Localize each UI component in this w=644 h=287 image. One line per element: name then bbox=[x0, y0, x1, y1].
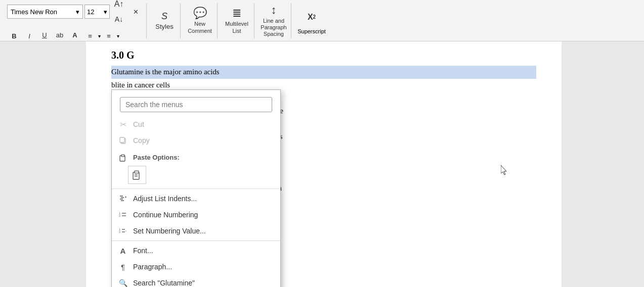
search-box-container bbox=[112, 90, 280, 116]
context-menu: ✂ Cut Copy Paste Options: bbox=[111, 89, 281, 287]
font-size-dropdown[interactable]: 12 ▾ bbox=[84, 5, 110, 19]
multilevel-list-label: MultilevelList bbox=[225, 21, 248, 34]
paste-keep-source-button[interactable] bbox=[128, 166, 146, 184]
new-comment-section: 💬 NewComment bbox=[183, 3, 218, 38]
multilevel-section: ≣ MultilevelList bbox=[220, 3, 254, 38]
superscript-button[interactable]: X2 bbox=[299, 7, 324, 27]
copy-label: Copy bbox=[133, 136, 150, 145]
doc-line-1: 3.0 G bbox=[111, 46, 536, 64]
numbering-button[interactable]: ≡ bbox=[102, 30, 116, 43]
font-controls-section: Times New Ron ▾ 12 ▾ A↑ A↓ ✕ B I U bbox=[4, 3, 147, 38]
svg-rect-6 bbox=[135, 171, 139, 173]
menu-item-paragraph[interactable]: ¶ Paragraph... bbox=[112, 259, 280, 275]
font-name-arrow: ▾ bbox=[76, 8, 79, 16]
menu-item-set-numbering[interactable]: 1. 2. Set Numbering Value... bbox=[112, 223, 280, 239]
search-menu-icon: 🔍 bbox=[118, 278, 128, 287]
menu-item-cut[interactable]: ✂ Cut bbox=[112, 116, 280, 132]
line-spacing-button[interactable]: ↕ Line and ParagraphSpacing bbox=[260, 4, 288, 37]
highlight-button[interactable]: ab bbox=[53, 28, 67, 41]
continue-numbering-icon: 1. 2. bbox=[118, 210, 128, 220]
cut-icon: ✂ bbox=[118, 119, 128, 129]
multilevel-list-button[interactable]: ≣ MultilevelList bbox=[223, 4, 251, 37]
styles-label: Styles bbox=[155, 23, 173, 30]
menu-item-continue-numbering[interactable]: 1. 2. Continue Numbering bbox=[112, 207, 280, 223]
line-spacing-icon: ↕ bbox=[271, 4, 277, 17]
adjust-list-label: Adjust List Indents... bbox=[133, 195, 197, 203]
cut-label: Cut bbox=[133, 120, 144, 128]
numbering-arrow[interactable]: ▾ bbox=[117, 33, 119, 39]
font-name-dropdown[interactable]: Times New Ron ▾ bbox=[7, 5, 83, 19]
set-numbering-label: Set Numbering Value... bbox=[133, 227, 206, 235]
paste-icons-row bbox=[112, 165, 280, 187]
styles-section: S Styles bbox=[149, 3, 181, 38]
styles-icon: S bbox=[161, 11, 167, 22]
svg-text:2.: 2. bbox=[119, 214, 121, 217]
paste-options-label: Paste Options: bbox=[133, 154, 180, 161]
font-size-arrow: ▾ bbox=[104, 8, 107, 16]
continue-numbering-label: Continue Numbering bbox=[133, 211, 198, 219]
document-area: 3.0 G Glutamine is the major amino acids… bbox=[0, 41, 644, 287]
menu-item-search[interactable]: 🔍 Search "Glutamine" bbox=[112, 275, 280, 287]
paste-options-icon bbox=[118, 153, 128, 163]
bullets-arrow[interactable]: ▾ bbox=[98, 33, 101, 39]
font-menu-icon: A bbox=[118, 246, 128, 256]
line-spacing-label: Line and ParagraphSpacing bbox=[260, 18, 288, 38]
copy-icon bbox=[118, 135, 128, 146]
menu-divider-1 bbox=[112, 188, 280, 189]
new-comment-icon: 💬 bbox=[193, 7, 207, 20]
bold-button[interactable]: B bbox=[7, 30, 21, 43]
menu-item-copy[interactable]: Copy bbox=[112, 132, 280, 149]
superscript-label: Superscript bbox=[297, 28, 326, 34]
paste-options-header: Paste Options: bbox=[112, 149, 280, 165]
superscript-section: X2 Superscript bbox=[293, 3, 330, 38]
spacing-section: ↕ Line and ParagraphSpacing bbox=[256, 3, 291, 38]
font-name-value: Times New Ron bbox=[11, 8, 57, 16]
new-comment-button[interactable]: 💬 NewComment bbox=[186, 4, 214, 37]
menu-item-font[interactable]: A Font... bbox=[112, 243, 280, 259]
styles-button[interactable]: S Styles bbox=[152, 4, 177, 37]
superscript-area: X2 Superscript bbox=[296, 4, 327, 37]
menu-item-adjust-list[interactable]: Adjust List Indents... bbox=[112, 190, 280, 207]
svg-rect-4 bbox=[121, 155, 124, 157]
svg-rect-2 bbox=[120, 137, 124, 142]
doc-line-highlight: Glutamine is the major amino acids bbox=[111, 66, 536, 79]
bullets-button[interactable]: ≡ bbox=[83, 30, 97, 43]
paragraph-icon: ¶ bbox=[118, 262, 128, 272]
grow-font-button[interactable]: A↑ bbox=[111, 0, 126, 11]
font-label: Font... bbox=[133, 247, 153, 255]
font-combo: Times New Ron ▾ 12 ▾ A↑ A↓ ✕ B I U bbox=[7, 0, 143, 44]
font-size-controls: A↑ A↓ bbox=[111, 0, 126, 26]
menu-search-input[interactable] bbox=[120, 97, 272, 112]
new-comment-label: NewComment bbox=[188, 21, 212, 34]
menu-divider-2 bbox=[112, 241, 280, 241]
font-name-row: Times New Ron ▾ 12 ▾ A↑ A↓ ✕ bbox=[7, 0, 143, 26]
font-color-button[interactable]: A bbox=[68, 28, 82, 41]
font-size-value: 12 bbox=[87, 8, 94, 16]
search-label: Search "Glutamine" bbox=[133, 279, 195, 287]
italic-button[interactable]: I bbox=[22, 30, 36, 43]
heading-partial: 3.0 G bbox=[111, 50, 135, 61]
shrink-font-button[interactable]: A↓ bbox=[111, 12, 126, 26]
multilevel-list-icon: ≣ bbox=[232, 7, 241, 20]
paragraph-label: Paragraph... bbox=[133, 263, 172, 271]
adjust-list-icon bbox=[118, 194, 128, 204]
clear-format-button[interactable]: ✕ bbox=[128, 5, 143, 19]
svg-text:2.: 2. bbox=[119, 230, 121, 233]
toolbar: Times New Ron ▾ 12 ▾ A↑ A↓ ✕ B I U bbox=[0, 0, 644, 41]
set-numbering-icon: 1. 2. bbox=[118, 226, 128, 236]
underline-button[interactable]: U bbox=[37, 29, 52, 42]
